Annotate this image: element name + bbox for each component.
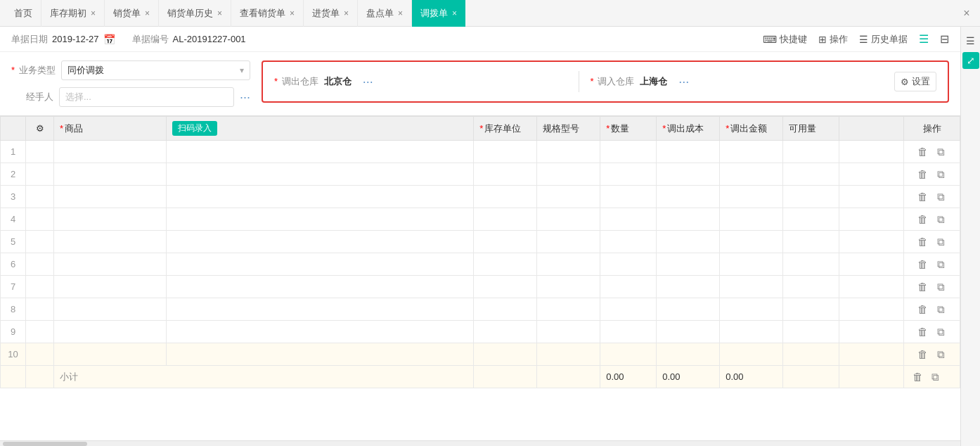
row-copy-icon-3[interactable]: ⧉ — [933, 189, 948, 205]
row-goods-6[interactable] — [54, 253, 167, 276]
tab-sales-order-close[interactable]: × — [145, 8, 150, 18]
row-qty-8[interactable] — [600, 298, 657, 321]
tab-purchase-close[interactable]: × — [344, 8, 349, 18]
sidebar-expand-icon[interactable]: ⤢ — [962, 52, 979, 69]
row-unit-2[interactable] — [474, 163, 537, 186]
row-spec-4[interactable] — [537, 208, 600, 231]
row-copy-icon-8[interactable]: ⧉ — [933, 302, 948, 317]
row-avail-8[interactable] — [783, 298, 839, 321]
tab-home[interactable]: 首页 — [6, 0, 41, 27]
row-amount-9[interactable] — [720, 321, 783, 343]
row-delete-icon-1[interactable]: 🗑 — [915, 144, 931, 159]
row-goods-9[interactable] — [54, 321, 167, 343]
row-spec-9[interactable] — [537, 321, 600, 343]
row-qty-5[interactable] — [600, 231, 657, 253]
warehouse-in-more-button[interactable]: ··· — [678, 75, 689, 89]
row-amount-7[interactable] — [720, 276, 783, 298]
row-cost-5[interactable] — [657, 231, 720, 253]
row-copy-icon-9[interactable]: ⧉ — [933, 324, 948, 340]
row-delete-icon-10[interactable]: 🗑 — [915, 346, 931, 362]
shortcuts-button[interactable]: ⌨ 快捷键 — [763, 33, 807, 46]
tab-sales-history-close[interactable]: × — [217, 8, 222, 18]
settings-button[interactable]: ⚙ 设置 — [894, 72, 936, 91]
sum-copy-icon[interactable]: ⧉ — [928, 369, 943, 385]
tab-purchase[interactable]: 进货单 × — [304, 0, 358, 27]
tab-inventory-init-close[interactable]: × — [91, 8, 96, 18]
row-unit-6[interactable] — [474, 253, 537, 276]
warehouse-in-value[interactable]: 上海仓 — [640, 75, 667, 88]
row-qty-3[interactable] — [600, 186, 657, 208]
row-amount-8[interactable] — [720, 298, 783, 321]
row-copy-icon-10[interactable]: ⧉ — [933, 347, 948, 362]
row-cost-6[interactable] — [657, 253, 720, 276]
tab-sales-history[interactable]: 销货单历史 × — [159, 0, 231, 27]
row-goods-5[interactable] — [54, 231, 167, 253]
row-amount-4[interactable] — [720, 208, 783, 231]
row-delete-icon-4[interactable]: 🗑 — [915, 211, 931, 227]
row-avail-3[interactable] — [783, 186, 839, 208]
row-qty-2[interactable] — [600, 163, 657, 186]
row-copy-icon-2[interactable]: ⧉ — [933, 167, 948, 182]
row-delete-icon-3[interactable]: 🗑 — [915, 189, 931, 204]
row-unit-1[interactable] — [474, 141, 537, 163]
tab-view-sales[interactable]: 查看销货单 × — [231, 0, 304, 27]
tab-stocktake-close[interactable]: × — [398, 8, 403, 18]
row-goods-7[interactable] — [54, 276, 167, 298]
warehouse-out-more-button[interactable]: ··· — [363, 75, 373, 89]
row-copy-icon-7[interactable]: ⧉ — [933, 279, 948, 295]
tab-stocktake[interactable]: 盘点单 × — [358, 0, 412, 27]
row-avail-6[interactable] — [783, 253, 839, 276]
row-qty-4[interactable] — [600, 208, 657, 231]
row-delete-icon-7[interactable]: 🗑 — [915, 279, 931, 294]
handler-input[interactable]: 选择... — [59, 87, 234, 107]
row-spec-1[interactable] — [537, 141, 600, 163]
row-amount-5[interactable] — [720, 231, 783, 253]
scan-input-button[interactable]: 扫码录入 — [172, 121, 217, 136]
row-delete-icon-5[interactable]: 🗑 — [915, 234, 931, 249]
row-qty-9[interactable] — [600, 321, 657, 343]
table-container[interactable]: ⚙ *商品 扫码录入 *库存单位 规格型号 *数量 *调出成本 — [0, 115, 960, 440]
row-goods-1[interactable] — [54, 141, 167, 163]
col-header-gear[interactable]: ⚙ — [26, 117, 54, 141]
row-amount-6[interactable] — [720, 253, 783, 276]
row-avail-9[interactable] — [783, 321, 839, 343]
row-spec-2[interactable] — [537, 163, 600, 186]
tab-view-sales-close[interactable]: × — [290, 8, 295, 18]
row-goods-10[interactable] — [54, 343, 167, 366]
row-amount-10[interactable] — [720, 343, 783, 366]
row-delete-icon-8[interactable]: 🗑 — [915, 301, 931, 317]
row-cost-9[interactable] — [657, 321, 720, 343]
row-spec-8[interactable] — [537, 298, 600, 321]
row-copy-icon-5[interactable]: ⧉ — [933, 234, 948, 250]
row-goods-4[interactable] — [54, 208, 167, 231]
row-avail-1[interactable] — [783, 141, 839, 163]
handler-more-button[interactable]: ··· — [240, 91, 250, 103]
row-copy-icon-4[interactable]: ⧉ — [933, 212, 948, 227]
row-unit-8[interactable] — [474, 298, 537, 321]
row-spec-3[interactable] — [537, 186, 600, 208]
row-delete-icon-9[interactable]: 🗑 — [915, 324, 931, 339]
scrollbar-thumb[interactable] — [3, 442, 87, 446]
row-amount-1[interactable] — [720, 141, 783, 163]
row-cost-10[interactable] — [657, 343, 720, 366]
window-close-button[interactable]: × — [953, 0, 980, 27]
row-spec-10[interactable] — [537, 343, 600, 366]
row-goods-8[interactable] — [54, 298, 167, 321]
row-avail-7[interactable] — [783, 276, 839, 298]
horizontal-scrollbar[interactable] — [0, 440, 960, 446]
row-spec-5[interactable] — [537, 231, 600, 253]
row-cost-7[interactable] — [657, 276, 720, 298]
row-qty-6[interactable] — [600, 253, 657, 276]
row-cost-1[interactable] — [657, 141, 720, 163]
row-unit-5[interactable] — [474, 231, 537, 253]
row-cost-4[interactable] — [657, 208, 720, 231]
history-button[interactable]: ☰ 历史单据 — [859, 33, 908, 46]
row-unit-4[interactable] — [474, 208, 537, 231]
row-goods-2[interactable] — [54, 163, 167, 186]
sidebar-list-icon[interactable]: ☰ — [962, 32, 979, 49]
tab-inventory-init[interactable]: 库存期初 × — [41, 0, 105, 27]
row-cost-8[interactable] — [657, 298, 720, 321]
tab-transfer[interactable]: 调拨单 × — [412, 0, 465, 27]
row-avail-10[interactable] — [783, 343, 839, 366]
business-type-select[interactable]: 同价调拨 ▾ — [61, 60, 250, 80]
